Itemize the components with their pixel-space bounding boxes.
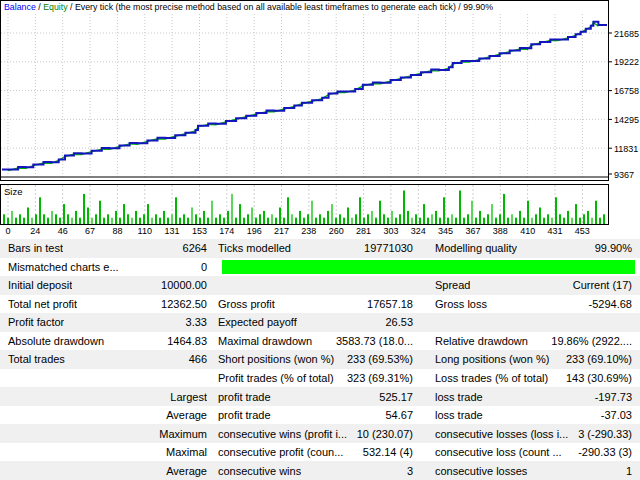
size-panel-label: Size	[4, 186, 22, 197]
stat-label: Gross loss	[413, 298, 487, 310]
stat-value: Maximal	[166, 446, 207, 458]
stat-label: Initial deposit	[0, 279, 72, 291]
stat-label: loss trade	[413, 409, 483, 421]
stat-label: Long positions (won %)	[413, 353, 549, 365]
legend-description: / Every tick (the most precise method ba…	[68, 2, 493, 12]
table-row: Profit trades (% of total)323 (69.31%)Lo…	[0, 369, 640, 388]
stat-value: 26.53	[385, 316, 413, 328]
y-axis-label: 19222	[614, 57, 639, 67]
balance-legend-label: Balance	[4, 2, 36, 12]
x-axis-label: 324	[411, 226, 426, 236]
strategy-tester-report: 21685192221675814295118319367 Balance / …	[0, 0, 640, 480]
x-axis-label: 388	[493, 226, 508, 236]
stat-value: 99.90%	[595, 242, 640, 254]
stat-label: consecutive wins (profit i...	[207, 428, 347, 440]
stat-value: 17657.18	[367, 298, 413, 310]
stat-value: Largest	[170, 391, 207, 403]
stat-label: Profit factor	[0, 316, 64, 328]
stat-label: Profit trades (% of total)	[207, 372, 334, 384]
stat-label: Modelling quality	[413, 242, 517, 254]
stat-value: Average	[166, 409, 207, 421]
stat-value: 10 (230.07)	[357, 428, 413, 440]
stat-label: loss trade	[413, 391, 483, 403]
stat-label: profit trade	[207, 391, 271, 403]
stat-value: 6264	[183, 242, 207, 254]
x-axis-label: 0	[5, 226, 10, 236]
x-axis-labels: 0244667881101311531741962172382602813033…	[0, 226, 640, 239]
table-row: Bars in test6264Ticks modelled19771030Mo…	[0, 239, 640, 258]
x-axis-label: 153	[192, 226, 207, 236]
stat-label: consecutive wins	[207, 465, 301, 477]
x-axis-label: 238	[301, 226, 316, 236]
table-row: Maximalconsecutive profit (coun...532.14…	[0, 443, 640, 462]
table-row: Profit factor3.33Expected payoff26.53	[0, 313, 640, 332]
x-axis-label: 367	[465, 226, 480, 236]
y-axis-label: 21685	[614, 29, 639, 39]
table-row: Total net profit12362.50Gross profit1765…	[0, 295, 640, 314]
tester-graph-pane[interactable]: 21685192221675814295118319367 Balance / …	[0, 0, 640, 239]
table-row: Mismatched charts e...0	[0, 258, 640, 277]
table-row: Absolute drawdown1464.83Maximal drawdown…	[0, 332, 640, 351]
stat-value: 10000.00	[161, 279, 207, 291]
x-axis-label: 410	[520, 226, 535, 236]
stat-value: 143 (30.69%)	[566, 372, 640, 384]
x-axis-label: 24	[30, 226, 40, 236]
results-table: Bars in test6264Ticks modelled19771030Mo…	[0, 239, 640, 480]
y-axis-label: 11831	[614, 144, 638, 154]
x-axis-label: 303	[383, 226, 398, 236]
stat-value: 525.17	[379, 391, 413, 403]
table-row: Total trades466Short positions (won %)23…	[0, 350, 640, 369]
stat-value: 466	[189, 353, 207, 365]
x-axis-label: 67	[85, 226, 95, 236]
stat-value: 3583.73 (18.0...	[336, 335, 413, 347]
modelling-quality-bar	[222, 260, 635, 275]
stat-label: consecutive losses	[413, 465, 527, 477]
stat-label: consecutive profit (coun...	[207, 446, 343, 458]
chart-legend: Balance / Equity / Every tick (the most …	[4, 2, 604, 12]
x-axis-label: 88	[112, 226, 122, 236]
trade-size-chart[interactable]	[0, 184, 640, 225]
x-axis-label: 260	[329, 226, 344, 236]
x-axis-label: 46	[58, 226, 68, 236]
stat-value: 323 (69.31%)	[347, 372, 413, 384]
stat-value: 3.33	[186, 316, 207, 328]
x-axis-label: 345	[438, 226, 453, 236]
x-axis-label: 431	[547, 226, 562, 236]
stat-value: 19.86% (2922....	[551, 335, 640, 347]
stat-label: Short positions (won %)	[207, 353, 334, 365]
y-axis-label: 14295	[614, 115, 639, 125]
stat-label: consecutive losses (loss i...	[413, 428, 568, 440]
table-row: Largestprofit trade525.17loss trade-197.…	[0, 387, 640, 406]
stat-label: Spread	[413, 279, 470, 291]
stat-value: 233 (69.53%)	[347, 353, 413, 365]
x-axis-label: 281	[356, 226, 371, 236]
equity-legend-label: Equity	[43, 2, 67, 12]
stat-label: Mismatched charts e...	[0, 261, 119, 273]
x-axis-label: 174	[219, 226, 234, 236]
stat-label: Ticks modelled	[207, 242, 291, 254]
stat-label: Absolute drawdown	[0, 335, 104, 347]
stat-label: Total net profit	[0, 298, 77, 310]
stat-value: 12362.50	[161, 298, 207, 310]
table-row: Maximumconsecutive wins (profit i...10 (…	[0, 424, 640, 443]
balance-equity-chart[interactable]: 21685192221675814295118319367	[0, 0, 640, 182]
x-axis-label: 131	[165, 226, 180, 236]
stat-label: consecutive loss (count ...	[413, 446, 562, 458]
stat-value: Current (17)	[573, 279, 640, 291]
stat-value: Average	[166, 465, 207, 477]
x-axis-label: 196	[247, 226, 262, 236]
stat-label: Total trades	[0, 353, 65, 365]
table-row: Initial deposit10000.00SpreadCurrent (17…	[0, 276, 640, 295]
y-axis-label: 9367	[614, 170, 634, 180]
stat-value: 233 (69.10%)	[566, 353, 640, 365]
stat-value: 1	[626, 465, 640, 477]
stat-label: profit trade	[207, 409, 271, 421]
stat-label: Relative drawdown	[413, 335, 528, 347]
x-axis-label: 217	[274, 226, 289, 236]
stat-value: -290.33 (3)	[578, 446, 640, 458]
stat-label: Maximal drawdown	[207, 335, 312, 347]
table-row: Averageprofit trade54.67loss trade-37.03	[0, 406, 640, 425]
stat-value: -197.73	[595, 391, 640, 403]
stat-label: Expected payoff	[207, 316, 297, 328]
stat-value: 19771030	[364, 242, 413, 254]
